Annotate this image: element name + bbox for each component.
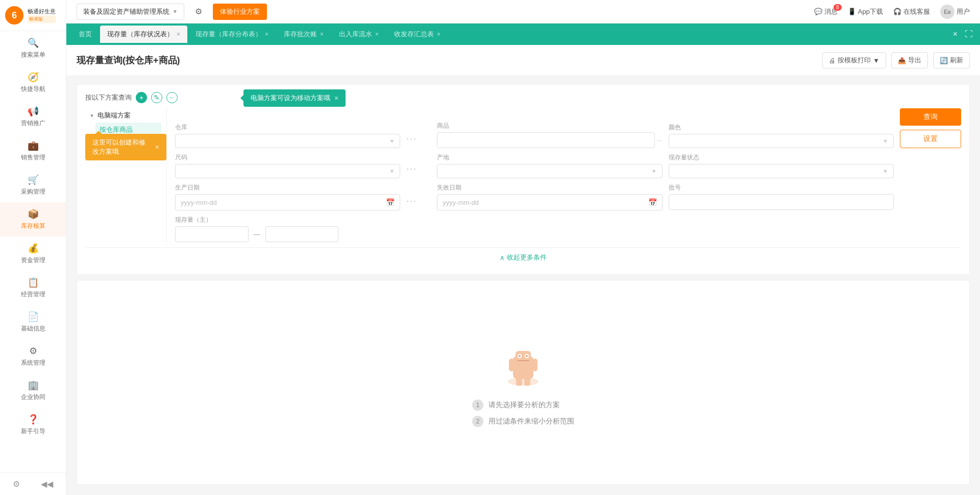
more-filters-btn[interactable]: ∧ 收起更多条件 (85, 247, 961, 267)
field-stock-qty-label: 现存量（主） (175, 216, 338, 224)
sidebar-item-enterprise[interactable]: 🏢 企业协同 (0, 373, 66, 408)
sidebar: 6 畅通好生意 标准版 🔍 搜索菜单 🧭 快捷导航 📢 营销推广 💼 销售管理 … (0, 0, 66, 495)
origin-select[interactable]: ▼ (437, 164, 662, 178)
logo-text-area: 畅通好生意 标准版 (28, 8, 56, 23)
tab-close-batch-account[interactable]: × (320, 31, 324, 38)
settings-bottom-btn[interactable]: ⚙ (13, 479, 20, 489)
sidebar-item-system[interactable]: ⚙ 系统管理 (0, 339, 66, 373)
filter-card-body: 按以下方案查询 + ✎ ← 电脑方案可设为移动方案哦 × (77, 85, 969, 274)
app-selector[interactable]: 装备及固定资产辅助管理系统 ▼ (77, 4, 184, 20)
messages-btn[interactable]: 💬 消息 8 (814, 7, 838, 16)
sidebar-item-label: 经营管理 (21, 290, 45, 299)
sidebar-item-basic-info[interactable]: 📄 基础信息 (0, 305, 66, 339)
size-select[interactable]: ▼ (175, 164, 400, 178)
sidebar-item-sales[interactable]: 💼 销售管理 (0, 134, 66, 168)
app-download-btn[interactable]: 📱 App下载 (848, 7, 883, 16)
stock-qty-to[interactable] (265, 226, 339, 242)
more-dots-btn-2[interactable]: ··· (406, 163, 417, 174)
empty-step-1: 1 请先选择要分析的方案 (472, 399, 574, 411)
batch-input[interactable] (669, 194, 894, 210)
tab-batch-account[interactable]: 库存批次账 × (277, 26, 331, 43)
tab-stock-dist[interactable]: 现存量（库存分布表） × (188, 26, 276, 43)
sidebar-item-marketing[interactable]: 📢 营销推广 (0, 100, 66, 134)
exp-date-input[interactable]: yyyy-mm-dd 📅 (437, 194, 662, 210)
content-wrapper: 现存量查询(按仓库+商品) 🖨 按模板打印 ▼ 📤 导出 🔄 刷新 (66, 45, 980, 495)
maximize-btn[interactable]: ⛶ (963, 28, 975, 41)
settings-btn[interactable]: ⚙ (190, 4, 207, 20)
field-warehouse-label: 仓库 (175, 123, 400, 132)
filter-card: 按以下方案查询 + ✎ ← 电脑方案可设为移动方案哦 × (77, 84, 970, 275)
step-num-1: 1 (472, 399, 483, 411)
export-icon: 📤 (898, 57, 906, 64)
collapse-btn[interactable]: ◀◀ (41, 479, 53, 489)
sidebar-item-quick-nav[interactable]: 🧭 快捷导航 (0, 65, 66, 100)
tab-summary[interactable]: 收发存汇总表 × (387, 26, 448, 43)
sidebar-item-label: 系统管理 (21, 359, 45, 367)
prod-date-input[interactable]: yyyy-mm-dd 📅 (175, 194, 400, 210)
prod-date-calendar-icon[interactable]: 📅 (386, 198, 395, 206)
header-right: 💬 消息 8 📱 App下载 🎧 在线客服 Ea 用户 (814, 5, 970, 19)
more-dots-btn-3[interactable]: ··· (406, 196, 417, 206)
goods-input[interactable] (437, 132, 654, 148)
tooltip-2-container: 这里可以创建和修改方案哦 × (85, 134, 166, 160)
filter-row-1: 仓库 ▼ ··· (175, 108, 961, 148)
tab-in-out-flow[interactable]: 出入库流水 × (332, 26, 386, 43)
tab-close-in-out-flow[interactable]: × (375, 31, 379, 38)
user-btn[interactable]: Ea 用户 (940, 5, 970, 19)
more-dots-btn[interactable]: ··· (406, 133, 417, 144)
sidebar-item-operations[interactable]: 📋 经营管理 (0, 271, 66, 305)
filter-back-btn[interactable]: ← (166, 92, 178, 103)
scheme-desktop-label: 电脑端方案 (97, 111, 131, 120)
sidebar-item-inventory[interactable]: 📦 库存核算 (0, 202, 66, 237)
stock-qty-from[interactable] (175, 226, 249, 242)
svg-point-6 (526, 355, 528, 357)
print-icon: 🖨 (829, 57, 836, 64)
tab-close-summary[interactable]: × (437, 31, 440, 38)
filter-body: 这里可以创建和修改方案哦 × ▼ 电脑端方案 按仓库商品 (85, 108, 961, 242)
refresh-btn[interactable]: 🔄 刷新 (933, 52, 970, 68)
sidebar-item-finance[interactable]: 💰 资金管理 (0, 237, 66, 271)
tab-close-stock-dist[interactable]: × (265, 31, 268, 38)
filter-add-btn[interactable]: + (136, 92, 147, 103)
export-btn[interactable]: 📤 导出 (891, 52, 928, 68)
tooltip-scheme-hint: 电脑方案可设为移动方案哦 × (243, 89, 346, 107)
warehouse-select[interactable]: ▼ (175, 134, 400, 148)
color-select[interactable]: ▼ (669, 134, 894, 148)
field-stock-status: 现存量状态 ▼ (669, 153, 894, 178)
close-all-tabs-btn[interactable]: × (951, 28, 960, 41)
brand-name: 畅通好生意 (28, 8, 56, 15)
scheme-desktop[interactable]: ▼ 电脑端方案 (85, 108, 161, 123)
sidebar-item-label: 搜索菜单 (21, 51, 45, 59)
set-btn[interactable]: 设置 (900, 130, 961, 148)
empty-steps: 1 请先选择要分析的方案 2 用过滤条件来缩小分析范围 (472, 399, 574, 427)
tooltip2-close-btn[interactable]: × (155, 143, 159, 151)
stock-status-select[interactable]: ▼ (669, 164, 894, 178)
print-btn[interactable]: 🖨 按模板打印 ▼ (822, 52, 886, 68)
svg-rect-10 (516, 378, 522, 386)
query-btn[interactable]: 查询 (900, 108, 961, 126)
chevron-down-icon: ▼ (883, 138, 888, 144)
exp-date-calendar-icon[interactable]: 📅 (648, 198, 657, 206)
basic-info-icon: 📄 (28, 311, 39, 322)
tab-stock-status[interactable]: 现存量（库存状况表） × (100, 26, 187, 43)
tab-close-stock-status[interactable]: × (177, 31, 180, 38)
search-menu-icon: 🔍 (28, 37, 39, 49)
page-header-bar: 现存量查询(按仓库+商品) 🖨 按模板打印 ▼ 📤 导出 🔄 刷新 (66, 45, 980, 76)
svg-rect-7 (517, 360, 529, 361)
logo-area: 6 畅通好生意 标准版 (0, 0, 66, 31)
tab-home[interactable]: 首页 (71, 26, 99, 43)
svg-point-5 (519, 355, 521, 357)
query-btn-group: 查询 设置 (900, 108, 961, 148)
svg-rect-11 (524, 378, 530, 386)
sidebar-item-purchase[interactable]: 🛒 采购管理 (0, 168, 66, 202)
experience-btn[interactable]: 体验行业方案 (213, 4, 267, 20)
goods-dots-btn[interactable]: ··· (657, 136, 663, 144)
empty-illustration (498, 338, 549, 389)
filter-edit-btn[interactable]: ✎ (151, 92, 162, 103)
inventory-icon: 📦 (28, 208, 39, 220)
tooltip1-close-btn[interactable]: × (334, 94, 338, 102)
sidebar-item-guide[interactable]: ❓ 新手引导 (0, 408, 66, 442)
sidebar-item-search-menu[interactable]: 🔍 搜索菜单 (0, 31, 66, 65)
filter-header: 按以下方案查询 + ✎ ← 电脑方案可设为移动方案哦 × (85, 92, 961, 103)
online-support-btn[interactable]: 🎧 在线客服 (893, 7, 930, 16)
